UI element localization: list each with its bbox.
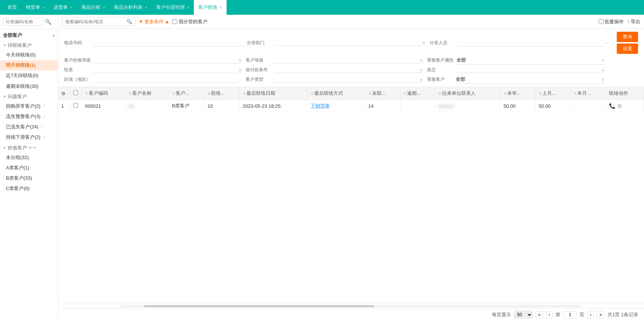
group-value-customers[interactable]: 价值客户 ↺ ✏ (0, 143, 58, 152)
qr-icon[interactable]: ⊞ (617, 103, 622, 109)
col-this-month[interactable]: ⇅本月... (571, 87, 606, 100)
bulk-checkbox[interactable] (599, 19, 603, 24)
retail-attr-select[interactable]: 全部 ∨ (456, 56, 604, 65)
sidebar-item-churned[interactable]: 已流失客户(24) ? (0, 122, 58, 132)
export-button[interactable]: ↑ 导出 (627, 18, 641, 25)
horizontal-scrollbar[interactable] (58, 304, 644, 308)
sidebar-item-today-contact[interactable]: 今天待联络(0) (0, 50, 58, 60)
filter-panel: 电话号码 分管部门 ∨ 分管人员 ··· 查询 设置 (58, 29, 644, 87)
value-group-edit-icon[interactable]: ✏ (33, 145, 36, 150)
nav-home[interactable]: 首页 (3, 0, 21, 15)
filter-row-2: 客户价格等级 ∨ 客户等级 ∨ 零散客户属性 全部 (64, 56, 638, 65)
sidebar-search-input[interactable] (3, 18, 43, 26)
my-customer-checkbox[interactable]: 我分管的客户 (172, 18, 207, 25)
sidebar-item-a-class[interactable]: A类客户(1) (0, 163, 58, 173)
col-settings[interactable]: ⚙ (58, 87, 70, 100)
filter-payment: 收付款条件 ∨ (246, 67, 423, 73)
nav-product-analysis[interactable]: 商品分析 × (77, 0, 109, 15)
sidebar-item-churn-warning[interactable]: 流失预警客户(3) ? (0, 111, 58, 122)
col-contact-person[interactable]: ⇅往来单位联系人 (435, 87, 500, 100)
value-group-refresh-icon[interactable]: ↺ (28, 145, 32, 150)
sidebar-item-overdue-contact[interactable]: 逾期未联络(30) (0, 81, 58, 92)
prev-page-button[interactable]: ‹ (546, 311, 553, 318)
query-button[interactable]: 查询 (617, 32, 638, 42)
retail-customer-select[interactable]: 全部 ∨ (456, 75, 604, 84)
value-rank-select[interactable]: ∨ (94, 58, 241, 63)
nav-customer-tier[interactable]: 客户分层经营 × (152, 0, 194, 15)
dept-select[interactable]: ∨ (276, 40, 425, 46)
row-checkbox[interactable] (70, 100, 82, 112)
row-select-checkbox[interactable] (73, 103, 78, 108)
bulk-op-button[interactable]: 批量操作 (599, 18, 624, 25)
all-customers-header[interactable]: 全部客户 « (0, 29, 58, 40)
group-problem-customers[interactable]: 问题客户 (0, 92, 58, 101)
contact-method-link[interactable]: 下销货单 (311, 103, 330, 108)
nav-product-analysis-list[interactable]: 商品分析列表 × (109, 0, 151, 15)
close-icon[interactable]: × (42, 5, 45, 10)
filter-dept: 分管部门 ∨ (247, 40, 425, 46)
sidebar-item-c-class[interactable]: C类客户(6) (0, 183, 58, 194)
sidebar-item-b-class[interactable]: B类客户(33) (0, 173, 58, 183)
close-icon[interactable]: × (220, 5, 222, 10)
nav-purchase-order[interactable]: 进货单 × (49, 0, 77, 15)
last-page-button[interactable]: » (597, 311, 605, 318)
sidebar-item-declining[interactable]: 持续下滑客户(2) ? (0, 132, 58, 142)
sidebar-item-tomorrow-contact[interactable]: 明天待联络(1) (0, 60, 58, 70)
close-icon[interactable]: × (145, 5, 147, 10)
select-all-checkbox[interactable] (73, 90, 78, 95)
region-input[interactable] (94, 76, 238, 83)
close-icon[interactable]: × (70, 5, 72, 10)
sidebar-search-icon[interactable]: 🔍 (45, 19, 51, 25)
close-icon[interactable]: × (187, 5, 189, 10)
col-name[interactable]: ⇅客户名称 (125, 87, 169, 100)
customer-type-select[interactable]: ∨ (274, 77, 423, 83)
payment-select[interactable]: ∨ (274, 67, 423, 73)
col-this-year[interactable]: ⇅本年... (500, 87, 535, 100)
group-pending-contact[interactable]: 待联络客户 (0, 40, 58, 50)
col-customer-type[interactable]: ⇅客户... (169, 87, 204, 100)
phone-input[interactable] (93, 39, 242, 46)
next-page-button[interactable]: › (587, 311, 594, 318)
settings-button[interactable]: 设置 (617, 44, 638, 54)
filter-region: 区域（地区） ··· (64, 76, 241, 83)
help-icon: ? (43, 135, 45, 139)
col-last-contact-date[interactable]: ⇅最后联络日期 (239, 87, 307, 100)
row-last-contact-method[interactable]: 下销货单 (307, 100, 365, 112)
col-actions: 联络动作 (606, 87, 644, 100)
col-contact-count[interactable]: ⇅联络... (204, 87, 239, 100)
more-icon[interactable]: ··· (238, 77, 241, 82)
chevron-down-icon: ∨ (420, 68, 423, 72)
page-size-select[interactable]: 50 10 20 100 (514, 311, 533, 319)
sidebar-item-repurchase-abnormal[interactable]: 回购异常客户(2) ? (0, 101, 58, 111)
sidebar-search-area: 🔍 (0, 15, 58, 29)
col-checkbox[interactable] (70, 87, 82, 100)
sidebar-item-ungrouped[interactable]: 未分组(32) (0, 152, 58, 163)
filter-value-rank: 客户价格等级 ∨ (64, 57, 241, 63)
sort-icon: ⇅ (311, 92, 314, 96)
col-unlinked[interactable]: ⇅未联... (365, 87, 400, 100)
search-input[interactable] (65, 19, 126, 24)
row-name[interactable]: Ea (125, 100, 169, 112)
customer-rank-select[interactable]: ∨ (274, 58, 423, 63)
more-icon[interactable]: ··· (605, 41, 608, 45)
my-customer-check[interactable] (172, 19, 177, 24)
scrollbar-thumb[interactable] (144, 305, 374, 307)
collapse-icon[interactable]: « (52, 33, 55, 38)
more-filter-button[interactable]: ▼ 更多条件 ▲ (139, 18, 169, 25)
status-select[interactable]: ∨ (456, 67, 604, 73)
close-icon[interactable]: × (103, 5, 105, 10)
nav-customer-contact[interactable]: 客户联络 × (194, 0, 226, 15)
manager-input[interactable] (458, 39, 605, 46)
col-last-month[interactable]: ⇅上月... (536, 87, 571, 100)
sidebar-item-week-contact[interactable]: 近7天待联络(0) (0, 70, 58, 81)
col-last-contact-method[interactable]: ⇅最后联络方式 (307, 87, 365, 100)
chevron-down-icon: ∨ (420, 58, 423, 62)
nav-sales-order[interactable]: 销货单 × (21, 0, 49, 15)
page-number-input[interactable] (563, 311, 577, 318)
first-page-button[interactable]: « (536, 311, 543, 318)
call-icon[interactable]: 📞 (609, 103, 615, 109)
gender-select[interactable]: ∨ (93, 67, 241, 73)
col-code[interactable]: ⇅客户编码 (82, 87, 125, 100)
search-icon[interactable]: 🔍 (126, 19, 132, 24)
col-overdue[interactable]: ⇅逾期... (400, 87, 435, 100)
